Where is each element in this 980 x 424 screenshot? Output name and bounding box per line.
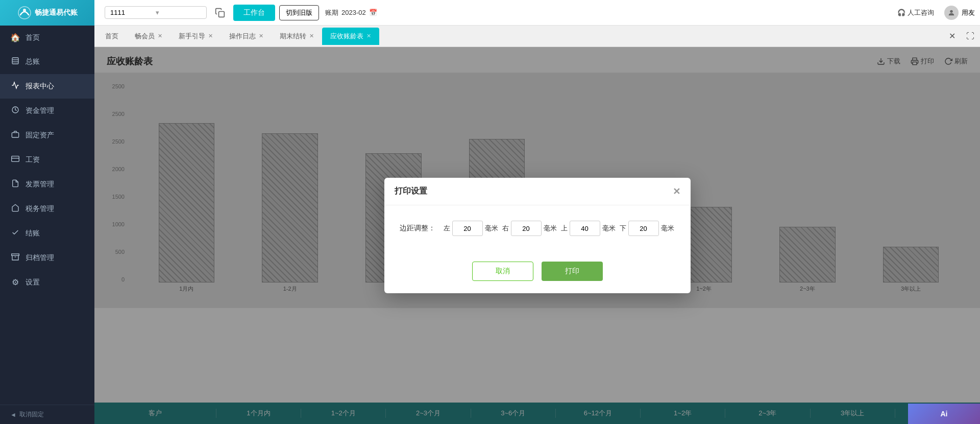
tab-guide-label: 新手引导 [179,32,205,41]
sidebar-scroll: 🏠 首页 总账 报表中心 [0,26,94,405]
user-button[interactable]: 用友 [944,6,975,20]
sidebar-item-archive[interactable]: 归档管理 [0,246,94,270]
left-margin-input[interactable] [452,221,483,236]
tab-member-close[interactable]: ✕ [158,33,162,39]
sidebar-item-invoice[interactable]: 发票管理 [0,172,94,197]
settings-icon: ⚙ [10,277,20,287]
tab-oplog[interactable]: 操作日志 ✕ [221,28,272,45]
help-label: 人工咨询 [908,8,934,17]
sidebar-label-salary: 工资 [26,155,40,164]
tab-home[interactable]: 首页 [97,28,127,45]
left-unit: 毫米 [485,224,498,233]
help-button[interactable]: 🎧 人工咨询 [897,8,934,17]
user-avatar [944,6,959,20]
modal-close-button[interactable]: ✕ [673,187,680,196]
sidebar-item-tax[interactable]: 税务管理 [0,197,94,221]
sidebar-item-salary[interactable]: 工资 [0,148,94,172]
svg-point-1 [23,9,26,12]
sidebar-item-assets[interactable]: 固定资产 [0,123,94,148]
home-icon: 🏠 [10,33,20,42]
svg-rect-2 [219,11,225,17]
tab-period-end[interactable]: 期末结转 ✕ [272,28,322,45]
bottom-label: 下 [620,224,626,233]
tab-period-end-close[interactable]: ✕ [309,33,314,39]
salary-icon [10,155,20,165]
sidebar-label-ledger: 总账 [26,57,40,66]
sidebar-label-assets: 固定资产 [26,131,54,140]
tab-ar-aging[interactable]: 应收账龄表 ✕ [322,28,379,45]
period-label-text: 账期 [325,8,338,17]
cancel-button[interactable]: 取消 [472,262,533,281]
ledger-icon [10,57,20,67]
confirm-print-button[interactable]: 打印 [542,262,603,281]
sidebar-label-capital: 资金管理 [26,106,54,115]
assets-icon [10,130,20,140]
copy-icon[interactable] [212,5,228,21]
user-name: 用友 [962,8,975,17]
close-all-tabs-button[interactable]: ✕ [945,29,959,43]
calendar-icon[interactable]: 📅 [369,9,377,16]
tabs-right-actions: ✕ ⛶ [945,29,977,43]
capital-icon [10,106,20,116]
modal-overlay: 打印设置 ✕ 边距调整： 左 毫米 右 [94,47,980,424]
sidebar-label-tax: 税务管理 [26,204,54,214]
bottom-unit: 毫米 [661,224,674,233]
top-label: 上 [561,224,568,233]
company-selector[interactable]: 1111 ▾ [105,6,207,19]
tab-oplog-close[interactable]: ✕ [259,33,263,39]
margin-row: 边距调整： 左 毫米 右 毫米 [400,221,675,236]
tab-ar-aging-label: 应收账龄表 [330,32,363,41]
logo-icon [17,6,32,20]
sidebar-label-close: 结账 [26,229,40,238]
svg-rect-8 [12,133,18,137]
svg-rect-11 [12,254,19,255]
tab-guide-close[interactable]: ✕ [208,33,213,39]
sidebar-item-settings[interactable]: ⚙ 设置 [0,270,94,294]
invoice-icon [10,179,20,190]
headset-icon: 🎧 [897,9,905,16]
tab-guide[interactable]: 新手引导 ✕ [170,28,221,45]
tax-icon [10,204,20,214]
tab-member-label: 畅会员 [135,32,155,41]
period-info: 账期 2023-02 📅 [325,8,377,17]
sidebar: 🏠 首页 总账 报表中心 [0,26,94,424]
reports-icon [10,81,20,91]
modal-body: 边距调整： 左 毫米 右 毫米 [384,205,691,262]
svg-point-3 [950,10,952,12]
sidebar-label-reports: 报表中心 [26,82,54,91]
svg-point-0 [18,7,31,19]
modal-title: 打印设置 [395,186,427,197]
page-content: 应收账龄表 下载 打印 [94,47,980,424]
top-unit: 毫米 [602,224,616,233]
tab-member[interactable]: 畅会员 ✕ [127,28,170,45]
main-layout: 🏠 首页 总账 报表中心 [0,26,980,424]
sidebar-item-home[interactable]: 🏠 首页 [0,26,94,50]
top-margin-input[interactable] [570,221,600,236]
logo-area: 畅捷通易代账 [0,0,94,26]
tab-oplog-label: 操作日志 [229,32,256,41]
sidebar-label-settings: 设置 [26,278,40,287]
sidebar-item-reports[interactable]: 报表中心 [0,74,94,99]
right-label: 右 [502,224,509,233]
switch-old-button[interactable]: 切到旧版 [279,5,319,20]
workbench-button[interactable]: 工作台 [233,5,275,21]
sidebar-label-archive: 归档管理 [26,253,54,263]
left-margin-group: 左 毫米 [444,221,498,236]
sidebar-item-capital[interactable]: 资金管理 [0,99,94,123]
tabs-bar: 首页 畅会员 ✕ 新手引导 ✕ 操作日志 ✕ 期末结转 ✕ 应收账龄表 ✕ [94,26,980,47]
company-name: 1111 [110,9,156,16]
bottom-margin-group: 下 毫米 [620,221,674,236]
margin-label: 边距调整： [400,224,435,233]
right-margin-input[interactable] [511,221,542,236]
print-settings-modal: 打印设置 ✕ 边距调整： 左 毫米 右 [384,178,691,293]
maximize-button[interactable]: ⛶ [963,29,977,43]
sidebar-item-close[interactable]: 结账 [0,221,94,246]
bottom-margin-input[interactable] [628,221,659,236]
archive-icon [10,253,20,263]
ai-float-button[interactable]: Ai [908,404,980,424]
logo-text: 畅捷通易代账 [35,8,78,17]
ai-label: Ai [941,410,948,418]
tab-ar-aging-close[interactable]: ✕ [366,33,371,39]
sidebar-item-ledger[interactable]: 总账 [0,50,94,74]
sidebar-collapse[interactable]: ◄ 取消固定 [0,405,94,424]
